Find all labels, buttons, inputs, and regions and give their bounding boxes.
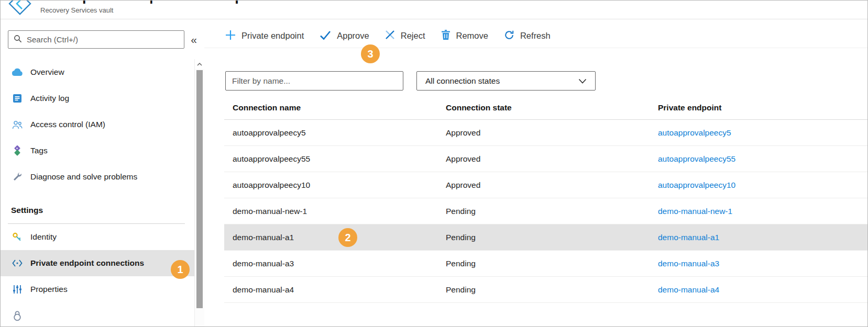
- cell-connection-state: Pending: [446, 285, 658, 295]
- sidebar-item-diagnose[interactable]: Diagnose and solve problems: [1, 164, 194, 190]
- button-label: Remove: [456, 31, 488, 41]
- cell-connection-name: demo-manual-new-1: [224, 207, 446, 216]
- private-endpoint-link[interactable]: demo-manual-a3: [658, 259, 719, 268]
- refresh-button[interactable]: Refresh: [504, 30, 551, 42]
- sidebar-item-access-control[interactable]: Access control (IAM): [1, 111, 194, 138]
- button-label: Private endpoint: [241, 31, 304, 41]
- sidebar-item-label: Access control (IAM): [30, 120, 105, 129]
- button-label: Refresh: [520, 31, 551, 41]
- page-title: demo-pevault-2 | Private endpoint connec…: [39, 1, 358, 4]
- page-subtitle: Recovery Services vault: [40, 6, 113, 14]
- tag-icon: [11, 145, 24, 156]
- private-endpoint-link[interactable]: autoapprovalpeecy55: [658, 154, 735, 163]
- connections-table: Connection name Connection state Private…: [224, 96, 867, 303]
- sidebar-item-partial[interactable]: [1, 302, 194, 327]
- button-label: Reject: [401, 31, 425, 41]
- private-endpoint-link[interactable]: autoapprovalpeecy10: [658, 181, 735, 189]
- page-header: demo-pevault-2 | Private endpoint connec…: [1, 1, 867, 19]
- cell-connection-state: Pending: [446, 259, 658, 268]
- sidebar-search[interactable]: [8, 30, 184, 49]
- sidebar-item-label: Tags: [30, 146, 48, 155]
- table-row-selected[interactable]: demo-manual-a1 Pending demo-manual-a1: [224, 224, 867, 251]
- private-endpoint-link[interactable]: autoapprovalpeecy5: [658, 128, 731, 137]
- sidebar-item-label: Diagnose and solve problems: [30, 172, 137, 182]
- sidebar-collapse-button[interactable]: «: [188, 32, 200, 47]
- sidebar-item-overview[interactable]: Overview: [1, 59, 194, 85]
- cell-connection-state: Approved: [446, 181, 658, 190]
- table-row[interactable]: demo-manual-a3 Pending demo-manual-a3: [224, 251, 867, 277]
- private-endpoint-link[interactable]: demo-manual-a4: [658, 285, 719, 294]
- x-icon: [385, 30, 395, 42]
- cloud-icon: [11, 68, 24, 76]
- sidebar-item-tags[interactable]: Tags: [1, 138, 194, 164]
- sidebar-menu: Overview Activity log: [1, 59, 194, 327]
- cell-connection-state: Pending: [446, 207, 658, 216]
- sidebar-item-label: Private endpoint connections: [30, 258, 144, 268]
- chevron-down-icon: [578, 76, 587, 86]
- recovery-vault-icon: [8, 1, 32, 18]
- key-icon: [11, 232, 24, 242]
- sidebar-section-settings: Settings: [11, 206, 194, 215]
- cell-connection-name: demo-manual-a3: [224, 259, 446, 268]
- azure-portal-window: demo-pevault-2 | Private endpoint connec…: [0, 0, 868, 327]
- cell-connection-state: Pending: [446, 233, 658, 242]
- table-row[interactable]: demo-manual-new-1 Pending demo-manual-ne…: [224, 198, 867, 224]
- sidebar-scrollbar[interactable]: [194, 59, 204, 326]
- private-endpoint-button[interactable]: Private endpoint: [225, 30, 304, 42]
- search-input[interactable]: [27, 35, 179, 44]
- scroll-up-button[interactable]: [195, 59, 204, 69]
- search-icon: [14, 35, 22, 45]
- column-header-connection-name: Connection name: [224, 103, 446, 112]
- table-row[interactable]: autoapprovalpeecy5 Approved autoapproval…: [224, 120, 867, 146]
- sidebar-item-activity-log[interactable]: Activity log: [1, 85, 194, 111]
- remove-button[interactable]: Remove: [441, 29, 488, 42]
- callout-step-1: 1: [171, 260, 190, 279]
- callout-step-3: 3: [361, 44, 380, 63]
- sidebar-item-label: Properties: [30, 285, 68, 294]
- cell-connection-state: Approved: [446, 128, 658, 138]
- filter-bar: All connection states: [225, 71, 867, 91]
- table-header-row: Connection name Connection state Private…: [224, 96, 867, 120]
- cell-connection-name: demo-manual-a4: [224, 285, 446, 295]
- wrench-icon: [11, 172, 24, 182]
- dropdown-value: All connection states: [425, 76, 500, 86]
- scrollbar-thumb[interactable]: [196, 70, 203, 308]
- code-brackets-icon: [11, 259, 24, 267]
- cell-connection-name: autoapprovalpeecy55: [224, 154, 446, 164]
- sliders-icon: [11, 285, 24, 294]
- button-label: Approve: [337, 31, 369, 41]
- lock-icon: [11, 310, 24, 321]
- cell-connection-name: demo-manual-a1: [224, 233, 446, 242]
- main-content: Private endpoint Approve Reject: [204, 20, 867, 326]
- filter-by-name-input[interactable]: [225, 71, 403, 91]
- approve-button[interactable]: Approve: [320, 30, 369, 42]
- private-endpoint-link[interactable]: demo-manual-new-1: [658, 207, 732, 216]
- connection-state-dropdown[interactable]: All connection states: [416, 71, 596, 91]
- sidebar: « Overview: [1, 20, 204, 326]
- sidebar-item-label: Activity log: [30, 94, 69, 103]
- cell-connection-state: Approved: [446, 154, 658, 164]
- sidebar-item-private-endpoint-connections[interactable]: Private endpoint connections: [1, 250, 194, 276]
- private-endpoint-link[interactable]: demo-manual-a1: [658, 233, 719, 242]
- column-header-private-endpoint: Private endpoint: [658, 103, 867, 112]
- people-icon: [11, 120, 24, 129]
- sidebar-item-properties[interactable]: Properties: [1, 276, 194, 302]
- sidebar-item-identity[interactable]: Identity: [1, 224, 194, 250]
- sidebar-item-label: Identity: [30, 232, 57, 242]
- cell-connection-name: autoapprovalpeecy5: [224, 128, 446, 138]
- column-header-connection-state: Connection state: [446, 103, 658, 112]
- command-bar-divider: [204, 48, 867, 48]
- sidebar-item-label: Overview: [30, 67, 64, 77]
- check-icon: [320, 30, 331, 42]
- callout-step-2: 2: [338, 228, 357, 247]
- refresh-icon: [504, 30, 514, 42]
- trash-icon: [441, 29, 451, 42]
- reject-button[interactable]: Reject: [385, 30, 425, 42]
- table-row[interactable]: demo-manual-a4 Pending demo-manual-a4: [224, 277, 867, 303]
- plus-icon: [225, 30, 236, 42]
- activity-log-icon: [11, 94, 24, 103]
- table-row[interactable]: autoapprovalpeecy55 Approved autoapprova…: [224, 146, 867, 172]
- command-bar: Private endpoint Approve Reject: [225, 24, 862, 48]
- cell-connection-name: autoapprovalpeecy10: [224, 181, 446, 190]
- table-row[interactable]: autoapprovalpeecy10 Approved autoapprova…: [224, 172, 867, 198]
